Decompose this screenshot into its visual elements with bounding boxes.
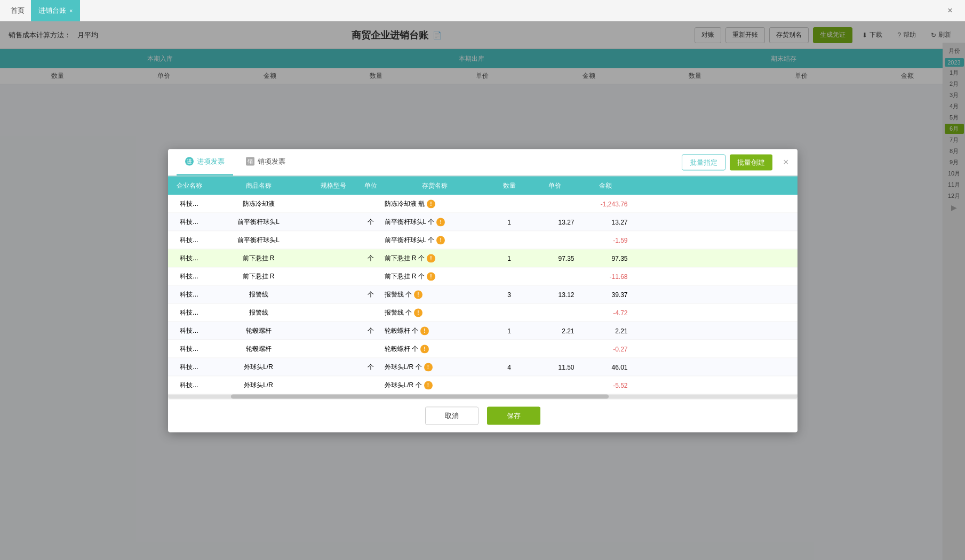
- purchase-tab-icon: 进: [185, 157, 194, 166]
- horizontal-scrollbar[interactable]: [168, 395, 797, 399]
- cell-stock: 轮毂螺杆 个!: [381, 326, 488, 335]
- cell-company: 科技…: [168, 308, 211, 317]
- save-button[interactable]: 保存: [487, 407, 540, 425]
- cell-product: 外球头L/R: [211, 381, 307, 390]
- cell-amount: -0.27: [579, 345, 632, 353]
- table-row[interactable]: 科技… 防冻冷却液 防冻冷却液 瓶! -1,243.76: [168, 195, 797, 213]
- cell-amount: 2.21: [579, 327, 632, 334]
- header-amount: 金额: [579, 181, 632, 190]
- cell-product: 外球头L/R: [211, 363, 307, 372]
- cell-unit: 个: [360, 290, 381, 299]
- cell-stock: 前平衡杆球头L 个!: [381, 236, 488, 245]
- cell-amount: 39.37: [579, 291, 632, 298]
- cell-unit: 个: [360, 254, 381, 263]
- table-row[interactable]: 科技… 外球头L/R 个 外球头L/R 个! 4 11.50 46.01: [168, 358, 797, 377]
- cell-amount: 46.01: [579, 363, 632, 371]
- table-row[interactable]: 科技… 前下悬挂 R 个 前下悬挂 R 个! 1 97.35 97.35: [168, 250, 797, 268]
- header-stock: 存货名称: [381, 181, 488, 190]
- cell-company: 科技…: [168, 290, 211, 299]
- batch-create-button[interactable]: 批量创建: [730, 154, 772, 170]
- cell-stock: 报警线 个!: [381, 308, 488, 317]
- header-price: 单价: [531, 181, 579, 190]
- sales-invoice-tab[interactable]: 销 销项发票: [237, 149, 294, 175]
- cell-stock: 前下悬挂 R 个!: [381, 254, 488, 263]
- cell-product: 前平衡杆球头L: [211, 236, 307, 245]
- cell-product: 防冻冷却液: [211, 199, 307, 209]
- header-unit: 单位: [360, 181, 381, 190]
- cell-amount: 13.27: [579, 218, 632, 226]
- cell-product: 轮毂螺杆: [211, 345, 307, 354]
- cell-price: 97.35: [531, 254, 579, 262]
- warning-icon: !: [414, 290, 422, 299]
- cell-amount: -1,243.76: [579, 200, 632, 207]
- cell-company: 科技…: [168, 363, 211, 372]
- cell-stock: 外球头L/R 个!: [381, 381, 488, 390]
- warning-icon: !: [424, 381, 433, 389]
- table-row[interactable]: 科技… 轮毂螺杆 个 轮毂螺杆 个! 1 2.21 2.21: [168, 322, 797, 340]
- cell-qty: 1: [488, 218, 531, 226]
- header-company: 企业名称: [168, 181, 211, 190]
- cancel-button[interactable]: 取消: [425, 407, 478, 425]
- cell-qty: 1: [488, 327, 531, 334]
- cell-stock: 外球头L/R 个!: [381, 363, 488, 372]
- top-bar: 首页 进销台账 × ×: [0, 0, 965, 21]
- purchase-tab-label: 进项发票: [197, 157, 225, 166]
- cell-amount: -11.68: [579, 273, 632, 280]
- cell-company: 科技…: [168, 236, 211, 245]
- table-row[interactable]: 科技… 报警线 报警线 个! -4.72: [168, 304, 797, 322]
- cell-price: 13.12: [531, 291, 579, 298]
- warning-icon: !: [427, 272, 435, 281]
- cell-amount: -4.72: [579, 309, 632, 316]
- table-body: 科技… 防冻冷却液 防冻冷却液 瓶! -1,243.76 科技… 前平衡杆球头L…: [168, 195, 797, 395]
- cell-qty: 3: [488, 291, 531, 298]
- cell-unit: 个: [360, 218, 381, 227]
- cell-qty: 1: [488, 254, 531, 262]
- table-row[interactable]: 科技… 前平衡杆球头L 个 前平衡杆球头L 个! 1 13.27 13.27: [168, 213, 797, 231]
- warning-icon: !: [427, 199, 435, 208]
- cell-product: 报警线: [211, 290, 307, 299]
- purchase-invoice-tab[interactable]: 进 进项发票: [177, 149, 233, 175]
- warning-icon: !: [420, 326, 429, 335]
- table-row[interactable]: 科技… 轮毂螺杆 轮毂螺杆 个! -0.27: [168, 340, 797, 358]
- dialog-close-button[interactable]: ×: [783, 154, 789, 170]
- cell-amount: -5.52: [579, 381, 632, 389]
- cell-amount: -1.59: [579, 236, 632, 244]
- window-close-button[interactable]: ×: [939, 0, 961, 21]
- warning-icon: !: [436, 236, 445, 244]
- header-product: 商品名称: [211, 181, 307, 190]
- cell-unit: 个: [360, 326, 381, 335]
- warning-icon: !: [424, 363, 433, 371]
- cell-unit: 个: [360, 363, 381, 372]
- batch-assign-button[interactable]: 批量指定: [682, 154, 725, 170]
- tab-close-icon[interactable]: ×: [69, 7, 73, 14]
- warning-icon: !: [436, 218, 445, 226]
- sales-tab-icon: 销: [246, 157, 254, 166]
- warning-icon: !: [414, 308, 422, 317]
- home-tab[interactable]: 首页: [4, 6, 31, 15]
- table-row[interactable]: 科技… 前平衡杆球头L 前平衡杆球头L 个! -1.59: [168, 231, 797, 250]
- cell-price: 2.21: [531, 327, 579, 334]
- cell-price: 13.27: [531, 218, 579, 226]
- cell-company: 科技…: [168, 199, 211, 209]
- cell-company: 科技…: [168, 218, 211, 227]
- cell-stock: 防冻冷却液 瓶!: [381, 199, 488, 209]
- dialog-header: 进 进项发票 销 销项发票 批量指定 批量创建 ×: [168, 149, 797, 176]
- table-row[interactable]: 科技… 报警线 个 报警线 个! 3 13.12 39.37: [168, 286, 797, 304]
- cell-company: 科技…: [168, 345, 211, 354]
- cell-stock: 前平衡杆球头L 个!: [381, 218, 488, 227]
- cell-company: 科技…: [168, 254, 211, 263]
- invoice-dialog: 进 进项发票 销 销项发票 批量指定 批量创建 × 企业名称 商品名称 规格型号…: [168, 149, 797, 433]
- cell-company: 科技…: [168, 381, 211, 390]
- cell-stock: 轮毂螺杆 个!: [381, 345, 488, 354]
- purchase-sales-tab[interactable]: 进销台账 ×: [31, 0, 80, 21]
- table-row[interactable]: 科技… 外球头L/R 外球头L/R 个! -5.52: [168, 377, 797, 395]
- cell-company: 科技…: [168, 272, 211, 281]
- cell-product: 轮毂螺杆: [211, 326, 307, 335]
- tab-label: 进销台账: [38, 6, 66, 15]
- warning-icon: !: [420, 345, 429, 353]
- table-row[interactable]: 科技… 前下悬挂 R 前下悬挂 R 个! -11.68: [168, 268, 797, 286]
- header-qty: 数量: [488, 181, 531, 190]
- dialog-table: 企业名称 商品名称 规格型号 单位 存货名称 数量 单价 金额 科技… 防冻冷却…: [168, 176, 797, 395]
- cell-qty: 4: [488, 363, 531, 371]
- scrollbar-thumb[interactable]: [231, 395, 609, 399]
